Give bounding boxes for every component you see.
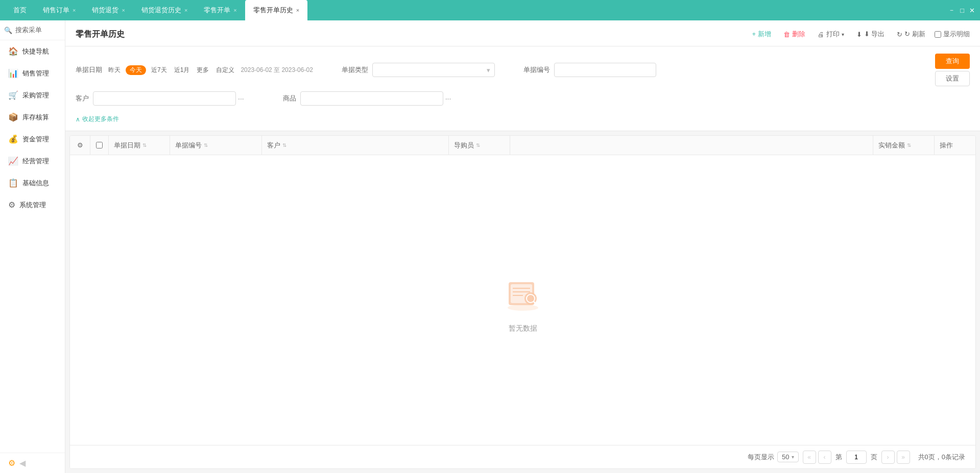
page-size-select[interactable]: 50 ▾	[777, 452, 798, 462]
th-docno[interactable]: 单据编号 ⇅	[170, 136, 262, 155]
inventory-icon: 📦	[8, 112, 18, 122]
th-date[interactable]: 单据日期 ⇅	[109, 136, 170, 155]
pagination: 每页显示 50 ▾ « ‹ 第 页 › » 共0页，0条记录	[70, 445, 975, 468]
collapse-btn[interactable]: ∧ 收起更多条件	[76, 113, 970, 123]
main-layout: 🔍 搜索采单 🏠 快捷导航 📊 销售管理 🛒 采购管理 📦 库存核算	[0, 20, 980, 473]
tab-sales-return[interactable]: 销货退货 ×	[84, 0, 133, 20]
show-detail-label-text: 显示明细	[943, 30, 970, 39]
show-detail-checkbox-label[interactable]: 显示明细	[935, 30, 970, 39]
quick-nav-icon: 🏠	[8, 46, 18, 56]
customer-input-group: ···	[93, 91, 244, 106]
sidebar-item-label: 销售管理	[22, 69, 49, 78]
tab-close-sales-return-history[interactable]: ×	[184, 7, 187, 13]
delete-button[interactable]: 🗑 删除	[780, 28, 808, 41]
table-header: ⚙ 单据日期 ⇅ 单据编号 ⇅ 客户 ⇅ 导购员	[70, 136, 975, 155]
customer-input[interactable]	[93, 91, 236, 106]
sidebar-search[interactable]: 🔍 搜索采单	[0, 20, 65, 40]
empty-text: 暂无数据	[509, 324, 537, 333]
collapse-sidebar-icon[interactable]: ◀	[19, 458, 26, 468]
table-area: ⚙ 单据日期 ⇅ 单据编号 ⇅ 客户 ⇅ 导购员	[69, 135, 976, 469]
th-salesperson[interactable]: 导购员 ⇅	[449, 136, 510, 155]
collapse-label: 收起更多条件	[82, 115, 119, 123]
date-btn-custom[interactable]: 自定义	[214, 65, 236, 75]
sidebar-item-system[interactable]: ⚙ 系统管理	[0, 194, 65, 216]
th-customer[interactable]: 客户 ⇅	[262, 136, 449, 155]
goods-ellipsis-btn[interactable]: ···	[445, 94, 451, 103]
customer-ellipsis-btn[interactable]: ···	[238, 94, 244, 103]
close-btn[interactable]: ✕	[969, 7, 975, 14]
page-size-dropdown-icon: ▾	[792, 454, 794, 460]
prev-page-btn[interactable]: ‹	[818, 451, 831, 464]
date-btn-yesterday[interactable]: 昨天	[106, 65, 123, 75]
sidebar-item-inventory[interactable]: 📦 库存核算	[0, 106, 65, 128]
page-input[interactable]	[846, 451, 867, 464]
filter-row-1: 单据日期 昨天 今天 近7天 近1月 更多 自定义 2023-06-02 至 2…	[76, 54, 970, 86]
tab-sales-return-history[interactable]: 销货退货历史 ×	[133, 0, 196, 20]
doc-type-filter-group: 单据类型 ▾	[342, 63, 495, 77]
page-header: 零售开单历史 + 新增 🗑 删除 🖨 打印 ▾ ⬇ ⬇ 导出	[65, 20, 980, 46]
collapse-up-icon: ∧	[76, 116, 80, 123]
delete-icon: 🗑	[783, 31, 790, 38]
filter-area: 单据日期 昨天 今天 近7天 近1月 更多 自定义 2023-06-02 至 2…	[65, 46, 980, 131]
tab-retail-history[interactable]: 零售开单历史 ×	[245, 0, 307, 20]
content: 零售开单历史 + 新增 🗑 删除 🖨 打印 ▾ ⬇ ⬇ 导出	[65, 20, 980, 473]
date-filter-label: 单据日期	[76, 65, 102, 74]
tab-close-sales-return[interactable]: ×	[122, 7, 125, 13]
sidebar-item-quick-nav[interactable]: 🏠 快捷导航	[0, 40, 65, 62]
print-button[interactable]: 🖨 打印 ▾	[815, 28, 847, 41]
date-btn-more[interactable]: 更多	[195, 65, 211, 75]
print-dropdown-icon: ▾	[842, 32, 844, 37]
doc-no-input[interactable]	[554, 63, 656, 77]
goods-input[interactable]	[300, 91, 443, 106]
print-icon: 🖨	[818, 31, 824, 38]
total-info: 共0页，0条记录	[918, 453, 965, 462]
doc-no-label: 单据编号	[523, 65, 550, 74]
sidebar-item-purchase-mgmt[interactable]: 🛒 采购管理	[0, 84, 65, 106]
next-page-btn[interactable]: ›	[881, 451, 895, 464]
show-detail-checkbox[interactable]	[935, 31, 941, 38]
svg-point-0	[508, 305, 538, 311]
select-all-checkbox[interactable]	[96, 142, 103, 148]
tab-sales-order[interactable]: 销售订单 ×	[35, 0, 84, 20]
sidebar: 🔍 搜索采单 🏠 快捷导航 📊 销售管理 🛒 采购管理 📦 库存核算	[0, 20, 65, 473]
goods-input-group: ···	[300, 91, 451, 106]
date-sort-icon: ⇅	[142, 142, 147, 148]
system-icon: ⚙	[8, 200, 15, 210]
add-button[interactable]: + 新增	[749, 28, 774, 41]
setting-button[interactable]: 设置	[935, 71, 970, 86]
settings-bottom-icon[interactable]: ⚙	[8, 458, 15, 468]
sidebar-bottom: ⚙ ◀	[0, 453, 65, 473]
refresh-button[interactable]: ↻ ↻ 刷新	[894, 28, 928, 41]
th-amount[interactable]: 实销金额 ⇅	[873, 136, 935, 155]
tab-home[interactable]: 首页	[5, 0, 35, 20]
sidebar-item-basic-info[interactable]: 📋 基础信息	[0, 172, 65, 194]
customer-sort-icon: ⇅	[282, 142, 286, 148]
date-btn-1month[interactable]: 近1月	[172, 65, 192, 75]
sidebar-item-operations[interactable]: 📈 经营管理	[0, 150, 65, 172]
first-page-btn[interactable]: «	[803, 451, 816, 464]
maximize-btn[interactable]: □	[960, 7, 964, 14]
toolbar: + 新增 🗑 删除 🖨 打印 ▾ ⬇ ⬇ 导出 ↻ ↻ 刷新	[749, 28, 970, 41]
top-bar: 首页 销售订单 × 销货退货 × 销货退货历史 × 零售开单 × 零售开单历史 …	[0, 0, 980, 20]
tab-close-sales-order[interactable]: ×	[73, 7, 76, 13]
minimize-btn[interactable]: －	[948, 6, 955, 15]
empty-state: 暂无数据	[497, 267, 548, 333]
sidebar-item-sales-mgmt[interactable]: 📊 销售管理	[0, 62, 65, 84]
doc-type-select[interactable]: ▾	[372, 63, 495, 77]
sidebar-item-label: 基础信息	[22, 179, 49, 188]
query-button[interactable]: 查询	[935, 54, 970, 69]
amount-sort-icon: ⇅	[907, 142, 911, 148]
tab-close-retail-open[interactable]: ×	[233, 7, 236, 13]
th-checkbox[interactable]	[90, 136, 109, 155]
sidebar-item-label: 资金管理	[22, 135, 49, 144]
date-btn-today[interactable]: 今天	[126, 65, 146, 75]
window-controls: － □ ✕	[948, 6, 975, 15]
export-button[interactable]: ⬇ ⬇ 导出	[853, 28, 888, 41]
filter-row-2: 客户 ··· 商品 ···	[76, 91, 970, 106]
date-btn-7days[interactable]: 近7天	[149, 65, 169, 75]
tab-retail-open[interactable]: 零售开单 ×	[196, 0, 245, 20]
th-settings[interactable]: ⚙	[70, 136, 90, 155]
tab-close-retail-history[interactable]: ×	[296, 7, 299, 13]
last-page-btn[interactable]: »	[897, 451, 910, 464]
sidebar-item-finance[interactable]: 💰 资金管理	[0, 128, 65, 150]
